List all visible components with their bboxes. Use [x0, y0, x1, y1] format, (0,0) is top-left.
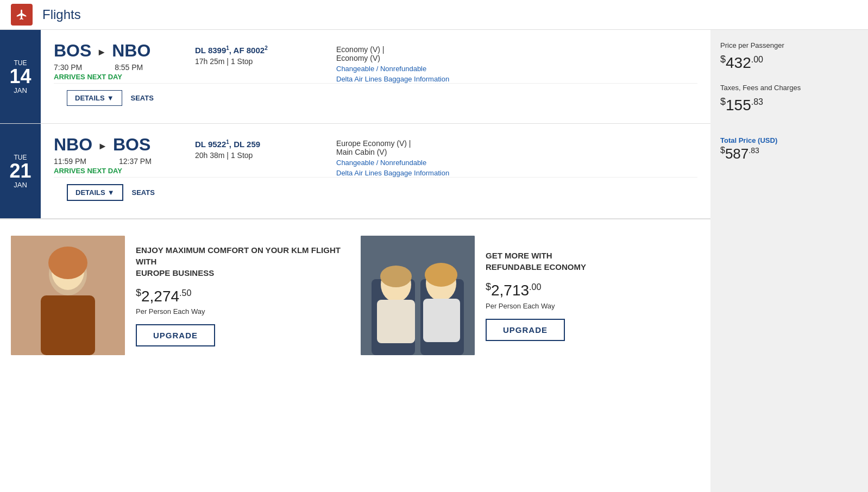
depart-time-outbound: 7:30 PM [54, 63, 82, 72]
arrives-next-outbound: ARRIVES NEXT DAY [54, 73, 173, 81]
origin-outbound: BOS [54, 41, 91, 61]
plane-icon [16, 9, 28, 21]
promo-person-svg-1 [11, 236, 125, 355]
month-return: JAN [14, 181, 27, 189]
upgrade-button-business[interactable]: UPGRADE [136, 324, 215, 346]
total-price-section: Total Price (USD) $587.83 [720, 136, 858, 162]
airline-logo [11, 4, 33, 26]
cabin-class2-outbound: Economy (V) [336, 54, 449, 62]
changeable-link-return[interactable]: Changeable / Nonrefundable [336, 159, 449, 167]
promo-content-refundable: GET MORE WITH REFUNDABLE ECONOMY $2,713.… [486, 250, 586, 340]
per-passenger-value: $432.00 [720, 54, 858, 72]
route-block-return: NBO ► BOS 11:59 PM 12:37 PM ARRIVES NEXT… [54, 135, 173, 175]
svg-rect-2 [41, 295, 95, 355]
flight-row-outbound: TUE 14 JAN BOS ► NBO 7:30 PM [0, 30, 710, 124]
details-button-return[interactable]: DETAILS ▼ [67, 184, 123, 201]
date-col-outbound: TUE 14 JAN [0, 30, 41, 123]
flight-numbers-outbound: DL 83991, AF 80022 [195, 45, 315, 55]
per-passenger-section: Price per Passenger $432.00 [720, 41, 858, 72]
per-passenger-label: Price per Passenger [720, 41, 858, 51]
details-bar-outbound: DETAILS ▼ SEATS [54, 83, 697, 112]
depart-time-return: 11:59 PM [54, 157, 86, 166]
flight-details-outbound: BOS ► NBO 7:30 PM 8:55 PM ARRIVES NEXT D… [41, 30, 710, 123]
flight-details-return: NBO ► BOS 11:59 PM 12:37 PM ARRIVES NEXT… [41, 124, 710, 218]
promo-headline-refundable: GET MORE WITH REFUNDABLE ECONOMY [486, 250, 586, 273]
total-value: $587.83 [720, 146, 858, 162]
promo-headline-business: ENJOY MAXIMUM COMFORT ON YOUR KLM FLIGHT… [136, 244, 350, 279]
flight-info-row-return: NBO ► BOS 11:59 PM 12:37 PM ARRIVES NEXT… [54, 135, 697, 177]
times-row-return: 11:59 PM 12:37 PM [54, 157, 173, 166]
main-content: TUE 14 JAN BOS ► NBO 7:30 PM [0, 30, 868, 492]
svg-point-13 [425, 263, 457, 287]
details-bar-return: DETAILS ▼ SEATS [54, 177, 697, 207]
route-arrow-return: ► [98, 141, 108, 152]
cabin-class-outbound: Economy (V) | [336, 45, 449, 54]
arrive-time-outbound: 8:55 PM [115, 63, 143, 72]
baggage-link-return[interactable]: Delta Air Lines Baggage Information [336, 169, 449, 177]
promo-image-refundable [361, 236, 475, 355]
arrive-time-return: 12:37 PM [119, 157, 152, 166]
promo-price-business: $2,274.50 [136, 287, 350, 305]
day-num-return: 21 [9, 161, 31, 181]
promo-per-refundable: Per Person Each Way [486, 302, 586, 310]
date-col-return: TUE 21 JAN [0, 124, 41, 218]
svg-rect-14 [423, 299, 460, 342]
flight-info-row-outbound: BOS ► NBO 7:30 PM 8:55 PM ARRIVES NEXT D… [54, 41, 697, 83]
cabin-class-return: Europe Economy (V) | [336, 139, 449, 148]
duration-outbound: 17h 25m | 1 Stop [195, 57, 315, 66]
route-codes-outbound: BOS ► NBO [54, 41, 173, 61]
flight-row-return: TUE 21 JAN NBO ► BOS 11:59 PM [0, 124, 710, 219]
promo-per-business: Per Person Each Way [136, 307, 350, 316]
svg-point-4 [48, 247, 87, 279]
day-num-outbound: 14 [9, 67, 31, 86]
flight-nums-block-outbound: DL 83991, AF 80022 17h 25m | 1 Stop [195, 41, 315, 66]
promo-person-svg-2 [361, 236, 475, 355]
svg-rect-11 [377, 300, 415, 343]
destination-outbound: NBO [112, 41, 150, 61]
price-panel: Price per Passenger $432.00 Taxes, Fees … [710, 30, 868, 492]
promo-card-refundable: GET MORE WITH REFUNDABLE ECONOMY $2,713.… [361, 236, 700, 355]
promo-card-business: ENJOY MAXIMUM COMFORT ON YOUR KLM FLIGHT… [11, 236, 350, 355]
total-label: Total Price (USD) [720, 136, 858, 146]
flight-nums-block-return: DL 95221, DL 259 20h 38m | 1 Stop [195, 135, 315, 160]
flight-numbers-return: DL 95221, DL 259 [195, 139, 315, 149]
seats-button-return[interactable]: SEATS [132, 188, 155, 197]
destination-return: BOS [113, 135, 150, 155]
route-codes-return: NBO ► BOS [54, 135, 173, 155]
taxes-value: $155.83 [720, 96, 858, 114]
taxes-section: Taxes, Fees and Charges $155.83 [720, 83, 858, 115]
baggage-link-outbound[interactable]: Delta Air Lines Baggage Information [336, 75, 449, 83]
page-wrapper: Flights TUE 14 JAN BOS ► [0, 0, 868, 492]
promo-content-business: ENJOY MAXIMUM COMFORT ON YOUR KLM FLIGHT… [136, 244, 350, 346]
route-arrow-outbound: ► [97, 47, 106, 58]
changeable-link-outbound[interactable]: Changeable / Nonrefundable [336, 65, 449, 73]
cabin-block-outbound: Economy (V) | Economy (V) Changeable / N… [336, 41, 449, 83]
promo-area: ENJOY MAXIMUM COMFORT ON YOUR KLM FLIGHT… [0, 219, 710, 371]
seats-button-outbound[interactable]: SEATS [131, 94, 154, 102]
promo-image-business [11, 236, 125, 355]
upgrade-button-refundable[interactable]: UPGRADE [486, 319, 565, 341]
duration-return: 20h 38m | 1 Stop [195, 151, 315, 160]
header: Flights [0, 0, 868, 30]
svg-point-10 [380, 266, 412, 287]
flights-area: TUE 14 JAN BOS ► NBO 7:30 PM [0, 30, 710, 492]
times-row-outbound: 7:30 PM 8:55 PM [54, 63, 173, 72]
taxes-label: Taxes, Fees and Charges [720, 83, 858, 93]
month-outbound: JAN [14, 86, 27, 94]
origin-return: NBO [54, 135, 92, 155]
cabin-class2-return: Main Cabin (V) [336, 148, 449, 156]
route-block-outbound: BOS ► NBO 7:30 PM 8:55 PM ARRIVES NEXT D… [54, 41, 173, 81]
page-title: Flights [42, 7, 81, 22]
details-button-outbound[interactable]: DETAILS ▼ [67, 90, 122, 106]
arrives-next-return: ARRIVES NEXT DAY [54, 167, 173, 175]
promo-price-refundable: $2,713.00 [486, 281, 586, 299]
cabin-block-return: Europe Economy (V) | Main Cabin (V) Chan… [336, 135, 449, 177]
